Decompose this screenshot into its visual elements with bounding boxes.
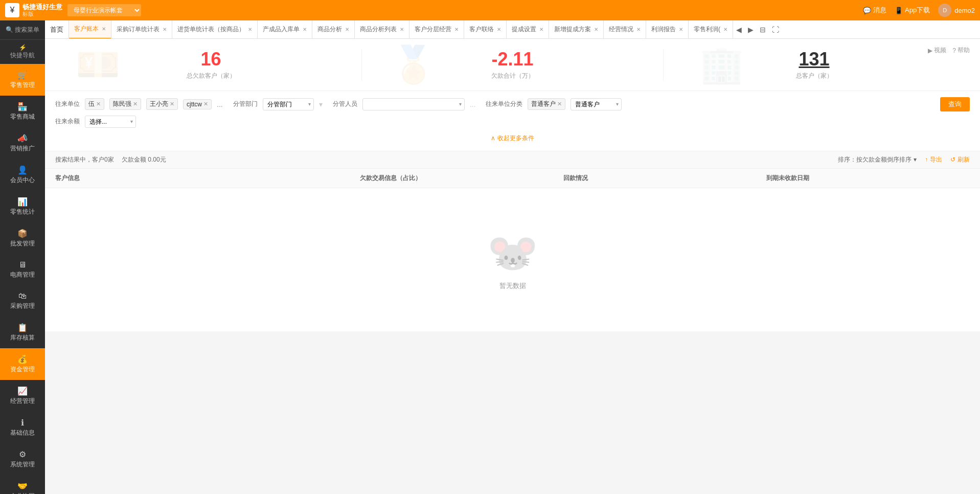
category-select[interactable]: 普通客户	[571, 98, 622, 110]
sidebar-item-marketing[interactable]: 📣营销推广	[0, 127, 45, 159]
message-btn[interactable]: 💬 消息	[863, 6, 886, 15]
branch-dept-clear[interactable]: ▾	[319, 100, 323, 108]
tab-retail-profit[interactable]: 零售利润( ✕	[689, 20, 733, 39]
app-download-btn[interactable]: 📱 App下载	[895, 6, 930, 15]
tab-close-product-inbound[interactable]: ✕	[303, 27, 307, 32]
sidebar-item-retail-mgmt[interactable]: 🛒零售管理	[0, 64, 45, 96]
export-btn[interactable]: ↑ 导出	[925, 155, 942, 164]
tab-purchase-order[interactable]: 采购订单统计表 ✕	[111, 20, 172, 39]
sort-selector[interactable]: 排序：按欠款金额倒序排序 ▾	[838, 155, 917, 164]
filter-tag-wang-close[interactable]: ✕	[170, 101, 174, 107]
sidebar-item-retail-mall[interactable]: 🏪零售商城	[0, 96, 45, 127]
content-help-btns: ▶ 视频 ? 帮助	[928, 46, 970, 55]
branch-dept-select[interactable]: 分管部门	[263, 98, 314, 110]
stat-overdue-value: -2.11	[491, 49, 533, 70]
tab-customer-cost[interactable]: 客户账本 ✕	[69, 20, 111, 39]
branch-person-select[interactable]	[362, 98, 465, 110]
tab-product-inbound[interactable]: 产成品入库单 ✕	[258, 20, 312, 39]
tab-product-analysis-list[interactable]: 商品分析列表 ✕	[355, 20, 409, 39]
tab-close-raise-settings[interactable]: ✕	[539, 27, 543, 32]
quick-nav[interactable]: ⚡ 快捷导航	[0, 40, 45, 64]
video-btn[interactable]: ▶ 视频	[928, 46, 946, 55]
query-button[interactable]: 查询	[940, 97, 970, 111]
tab-close-customer-cost[interactable]: ✕	[102, 26, 106, 32]
branch-person-more[interactable]: ...	[470, 100, 476, 108]
app-version: 标版	[22, 11, 62, 17]
tab-profit-report[interactable]: 利润报告 ✕	[646, 20, 689, 39]
sidebar-item-ecommerce-mgmt[interactable]: 🖥电商管理	[0, 254, 45, 285]
results-info: 搜索结果中，客户0家 欠款金额 0.00元	[55, 155, 166, 164]
tab-expand[interactable]: ⊟	[757, 20, 769, 39]
tab-purchase-stats[interactable]: 进货单统计表（按商品） ✕	[172, 20, 258, 39]
filter-area: 往来单位 伍 ✕ 陈民强 ✕ 王小亮 ✕	[45, 91, 980, 151]
sidebar-item-basic-info[interactable]: ℹ基础信息	[0, 412, 45, 443]
sidebar-label-member-center: 会员中心	[0, 176, 45, 185]
tab-close-biz-situation[interactable]: ✕	[636, 27, 641, 32]
filter-tag-cjttcw-close[interactable]: ✕	[203, 101, 208, 107]
tab-close-purchase-order[interactable]: ✕	[163, 27, 167, 32]
filter-tag-category-close[interactable]: ✕	[557, 101, 562, 107]
sidebar-item-member-center[interactable]: 👤会员中心	[0, 159, 45, 191]
filter-more-tags[interactable]: ...	[217, 100, 223, 108]
filter-tag-chen: 陈民强 ✕	[109, 98, 141, 110]
nav-icon: ⚡	[19, 44, 27, 51]
sidebar-search[interactable]: 🔍 搜索菜单	[0, 20, 45, 40]
sidebar-icon-biz-mgmt: 📈	[0, 386, 45, 396]
tab-close-product-analysis-list[interactable]: ✕	[400, 27, 404, 32]
sidebar-icon-retail-mall: 🏪	[0, 102, 45, 111]
remaining-amount-select[interactable]: 选择...	[85, 116, 136, 128]
tab-raise-settings[interactable]: 提成设置 ✕	[507, 20, 549, 39]
sidebar-item-enterprise-collab[interactable]: 🤝企业协同	[0, 475, 45, 494]
sidebar-item-retail-stats[interactable]: 📊零售统计	[0, 191, 45, 222]
company-selector[interactable]: 母婴行业演示帐套	[67, 4, 141, 16]
tab-close-purchase-stats[interactable]: ✕	[248, 27, 252, 32]
tab-close-product-analysis[interactable]: ✕	[345, 27, 349, 32]
tab-home[interactable]: 首页	[45, 20, 69, 39]
tab-customer-contact[interactable]: 客户联络 ✕	[464, 20, 507, 39]
tab-product-analysis[interactable]: 商品分析 ✕	[312, 20, 355, 39]
sort-icon: ▾	[914, 156, 917, 163]
app-icon: 📱	[895, 7, 903, 14]
tab-nav-right[interactable]: ▶	[745, 20, 757, 39]
app-logo: 畅捷通好生意 标版	[19, 3, 62, 18]
tab-customer-tier[interactable]: 客户分层经营 ✕	[409, 20, 464, 39]
filter-tag-wu-close[interactable]: ✕	[96, 101, 101, 107]
top-bar: ¥ 畅捷通好生意 标版 母婴行业演示帐套 💬 消息 📱 App下载 D demo…	[0, 0, 980, 20]
help-btn[interactable]: ? 帮助	[952, 46, 970, 55]
filter-tag-category: 普通客户 ✕	[528, 98, 565, 110]
sidebar-item-sys-mgmt[interactable]: ⚙系统管理	[0, 443, 45, 475]
sidebar-icon-basic-info: ℹ	[0, 418, 45, 428]
sidebar-item-batch-mgmt[interactable]: 📦批发管理	[0, 222, 45, 254]
sidebar-item-biz-mgmt[interactable]: 📈经营管理	[0, 380, 45, 412]
tab-biz-situation[interactable]: 经营情况 ✕	[604, 20, 646, 39]
sidebar-item-inventory[interactable]: 📋库存核算	[0, 317, 45, 348]
tab-close-retail-profit[interactable]: ✕	[723, 27, 727, 32]
user-profile[interactable]: D demo2	[938, 4, 975, 17]
tab-close-customer-tier[interactable]: ✕	[454, 27, 459, 32]
filter-row-2: 往来余额 选择...	[55, 116, 970, 128]
tab-close-customer-contact[interactable]: ✕	[497, 27, 501, 32]
sidebar-label-retail-mgmt: 零售管理	[0, 81, 45, 89]
sidebar-item-purchase-mgmt[interactable]: 🛍采购管理	[0, 285, 45, 317]
search-count: 搜索结果中，客户0家	[55, 156, 114, 163]
filter-tag-wang: 王小亮 ✕	[146, 98, 178, 110]
branch-person-label: 分管人员	[333, 100, 357, 108]
sidebar-icon-finance-mgmt: 💰	[0, 354, 45, 364]
collapse-btn[interactable]: ∧ 收起更多条件	[55, 132, 970, 145]
tab-fullscreen[interactable]: ⛶	[769, 20, 782, 39]
sidebar-icon-retail-stats: 📊	[0, 197, 45, 207]
sidebar-item-finance-mgmt[interactable]: 💰资金管理	[0, 348, 45, 380]
logo-icon: ¥	[5, 3, 19, 17]
refresh-btn[interactable]: ↺ 刷新	[950, 155, 970, 164]
sidebar-icon-inventory: 📋	[0, 323, 45, 332]
tab-close-new-raise[interactable]: ✕	[594, 27, 598, 32]
avatar: D	[938, 4, 951, 17]
sidebar-label-marketing: 营销推广	[0, 144, 45, 153]
tab-close-profit-report[interactable]: ✕	[679, 27, 683, 32]
filter-tag-chen-close[interactable]: ✕	[133, 101, 138, 107]
tab-nav-left[interactable]: ◀	[733, 20, 745, 39]
branch-dept-select-wrap: 分管部门	[263, 98, 314, 110]
tab-new-raise[interactable]: 新增提成方案 ✕	[549, 20, 604, 39]
logo-symbol: ¥	[10, 6, 15, 15]
trade-unit-category-label: 往来单位分类	[486, 100, 522, 108]
